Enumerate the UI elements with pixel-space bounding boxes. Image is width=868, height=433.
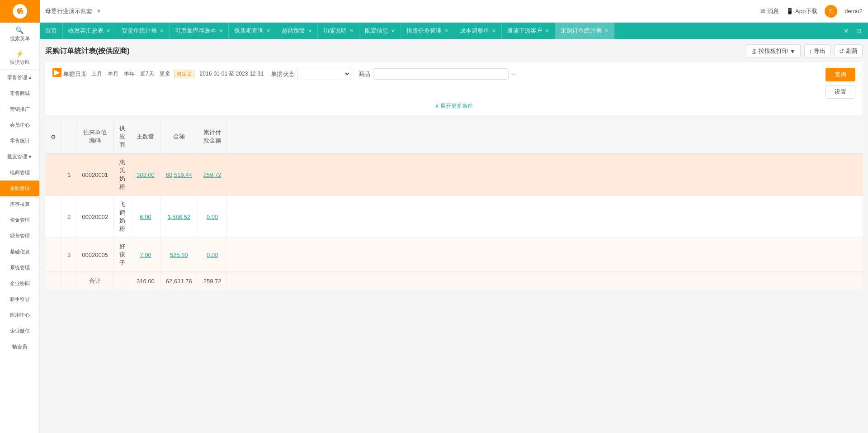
close-icon[interactable]: ✕ bbox=[308, 28, 312, 34]
data-table: ⚙ 往来单位编码 供应商 主数量 金额 累计付款金额 1 00020001 bbox=[45, 120, 863, 290]
sidebar-item-guide[interactable]: 新手引导 bbox=[0, 291, 39, 307]
page-header-actions: 🖨 按模板打印 ▼ ↑ 导出 ↺ 刷新 bbox=[746, 44, 863, 58]
sidebar-item-enterprise[interactable]: 企业协同 bbox=[0, 276, 39, 291]
filter-fields: 单据日期 上月 本月 本年 近7天 更多 自定义 2016-01-01 至 20… bbox=[63, 68, 818, 80]
goods-filter-input[interactable] bbox=[373, 68, 509, 80]
more-filter-icon[interactable]: ··· bbox=[511, 71, 516, 77]
chevron-down-icon: ▼ bbox=[790, 48, 796, 55]
tab-over-stock[interactable]: 超储预警 ✕ bbox=[276, 23, 318, 39]
sidebar-item-basic-info[interactable]: 基础信息 bbox=[0, 244, 39, 260]
refresh-icon: ↺ bbox=[839, 48, 844, 55]
row-paid-amount[interactable]: 259.72 bbox=[198, 154, 227, 196]
row-main-qty[interactable]: 6.00 bbox=[131, 196, 160, 238]
settings-button[interactable]: 设置 bbox=[826, 85, 855, 99]
row-amount[interactable]: 60,519.44 bbox=[160, 154, 198, 196]
refresh-button[interactable]: ↺ 刷新 bbox=[834, 44, 863, 58]
sidebar-item-ecommerce[interactable]: 电商管理 bbox=[0, 165, 39, 181]
date-shortcut-more[interactable]: 更多 bbox=[158, 69, 172, 79]
footer-main-qty: 316.00 bbox=[131, 272, 160, 290]
sidebar-item-retail-stats[interactable]: 零售统计 bbox=[0, 133, 39, 149]
sidebar-item-member[interactable]: 会员中心 bbox=[0, 117, 39, 133]
date-shortcut-7days[interactable]: 近7天 bbox=[138, 69, 156, 79]
close-icon[interactable]: ✕ bbox=[444, 28, 448, 34]
close-icon[interactable]: ✕ bbox=[391, 28, 395, 34]
sidebar-item-quick-nav[interactable]: ⚡ 快捷导航 bbox=[0, 46, 39, 70]
close-icon[interactable]: ✕ bbox=[219, 28, 223, 34]
tab-purchase-summary[interactable]: 采购订单统计表 ✕ bbox=[555, 23, 614, 39]
query-button[interactable]: 查询 bbox=[826, 68, 855, 81]
expand-toggle-button[interactable]: ▶ bbox=[52, 68, 61, 77]
date-shortcut-this-month[interactable]: 本月 bbox=[106, 69, 120, 79]
sidebar-item-search[interactable]: 🔍 搜索英单 bbox=[0, 23, 39, 46]
row-settings[interactable] bbox=[45, 196, 62, 238]
close-icon[interactable]: ✕ bbox=[160, 28, 164, 34]
workspace-label: 母婴行业演示账套 bbox=[45, 7, 92, 15]
sidebar-item-inventory[interactable]: 库存核算 bbox=[0, 196, 39, 212]
app-download-button[interactable]: 📱 App下载 bbox=[786, 7, 817, 15]
row-paid-amount[interactable]: 0.00 bbox=[198, 238, 227, 272]
row-supplier: 好孩子 bbox=[114, 238, 131, 272]
row-index: 2 bbox=[62, 196, 76, 238]
username-label: demo2 bbox=[844, 8, 863, 14]
tab-cost-adjust[interactable]: 成本调整单 ✕ bbox=[454, 23, 502, 39]
th-settings[interactable]: ⚙ bbox=[45, 120, 62, 154]
sidebar-item-purchase[interactable]: 采购管理 bbox=[0, 181, 39, 196]
row-index: 1 bbox=[62, 154, 76, 196]
tab-invite-downstream[interactable]: 邀请下游客户 ✕ bbox=[502, 23, 555, 39]
row-paid-amount[interactable]: 0.00 bbox=[198, 196, 227, 238]
footer-extra bbox=[227, 272, 863, 290]
status-filter-label: 单据状态 bbox=[271, 70, 294, 78]
row-main-qty[interactable]: 303.00 bbox=[131, 154, 160, 196]
tab-function-desc[interactable]: 功能说明 ✕ bbox=[318, 23, 359, 39]
close-icon[interactable]: ✕ bbox=[266, 28, 270, 34]
status-filter-select[interactable] bbox=[297, 68, 351, 80]
footer-amount: 62,631.76 bbox=[160, 272, 198, 290]
sidebar-item-operation[interactable]: 经营管理 bbox=[0, 228, 39, 244]
sidebar-item-member2[interactable]: 畅会员 bbox=[0, 339, 39, 355]
table-row[interactable]: 3 00020005 好孩子 7.00 525.80 0.00 bbox=[45, 238, 863, 272]
date-shortcut-this-year[interactable]: 本年 bbox=[122, 69, 137, 79]
tab-order-summary[interactable]: 要货单统计表 ✕ bbox=[116, 23, 170, 39]
sidebar-item-batch-mgmt[interactable]: 批发管理 ▼ bbox=[0, 149, 39, 165]
date-range-display[interactable]: 2016-01-01 至 2023-12-31 bbox=[200, 70, 264, 78]
sidebar-item-system[interactable]: 系统管理 bbox=[0, 260, 39, 276]
sidebar-item-app-center[interactable]: 应用中心 bbox=[0, 307, 39, 323]
date-shortcut-last-month[interactable]: 上月 bbox=[90, 69, 104, 79]
filter-buttons: 查询 设置 bbox=[826, 68, 855, 99]
close-icon[interactable]: ✕ bbox=[545, 28, 549, 34]
tab-receive-summary[interactable]: 收发存汇总表 ✕ bbox=[63, 23, 116, 39]
close-icon[interactable]: ✕ bbox=[604, 28, 609, 34]
tab-home[interactable]: 首页 bbox=[40, 23, 63, 39]
restore-tab-button[interactable]: ⊡ bbox=[854, 25, 864, 36]
row-settings[interactable] bbox=[45, 238, 62, 272]
th-main-qty: 主数量 bbox=[131, 120, 160, 154]
message-button[interactable]: ✉ 消息 bbox=[760, 7, 779, 15]
close-icon[interactable]: ✕ bbox=[106, 28, 110, 34]
row-amount[interactable]: 525.80 bbox=[160, 238, 198, 272]
footer-supplier bbox=[114, 272, 131, 290]
row-amount[interactable]: 1,586.52 bbox=[160, 196, 198, 238]
export-button[interactable]: ↑ 导出 bbox=[804, 44, 831, 58]
tab-shelf-life[interactable]: 保质期查询 ✕ bbox=[229, 23, 276, 39]
top-bar: 母婴行业演示账套 ▼ ✉ 消息 📱 App下载 E demo2 bbox=[40, 0, 868, 23]
template-print-button[interactable]: 🖨 按模板打印 ▼ bbox=[746, 44, 801, 58]
sidebar-item-retail-mall[interactable]: 零售商城 bbox=[0, 86, 39, 101]
expand-more-button[interactable]: ⊻ 展开更多条件 bbox=[435, 102, 473, 110]
workspace-selector[interactable]: 母婴行业演示账套 ▼ bbox=[45, 7, 102, 15]
close-icon[interactable]: ✕ bbox=[349, 28, 354, 34]
tab-pick-task[interactable]: 拣货任务管理 ✕ bbox=[401, 23, 454, 39]
sidebar-item-retail[interactable]: 零售管理 ▲ bbox=[0, 70, 39, 86]
row-main-qty[interactable]: 7.00 bbox=[131, 238, 160, 272]
tab-available-stock[interactable]: 可用量库存账本 ✕ bbox=[170, 23, 229, 39]
table-row[interactable]: 1 00020001 惠氏奶粉 303.00 60,519.44 259.72 bbox=[45, 154, 863, 196]
sidebar-item-finance[interactable]: 资金管理 bbox=[0, 212, 39, 228]
chevron-down-icon: ▼ bbox=[96, 8, 102, 14]
tab-config[interactable]: 配置信息 ✕ bbox=[359, 23, 401, 39]
sidebar-item-wechat[interactable]: 企业微信 bbox=[0, 323, 39, 339]
sidebar-item-marketing[interactable]: 营销推广 bbox=[0, 101, 39, 117]
page-header: 采购订单统计表(按供应商) 🖨 按模板打印 ▼ ↑ 导出 ↺ 刷新 bbox=[45, 44, 863, 58]
row-settings[interactable] bbox=[45, 154, 62, 196]
table-row[interactable]: 2 00020002 飞鹤奶粉 6.00 1,586.52 0.00 bbox=[45, 196, 863, 238]
close-tab-button[interactable]: ✕ bbox=[841, 25, 852, 36]
close-icon[interactable]: ✕ bbox=[492, 28, 496, 34]
